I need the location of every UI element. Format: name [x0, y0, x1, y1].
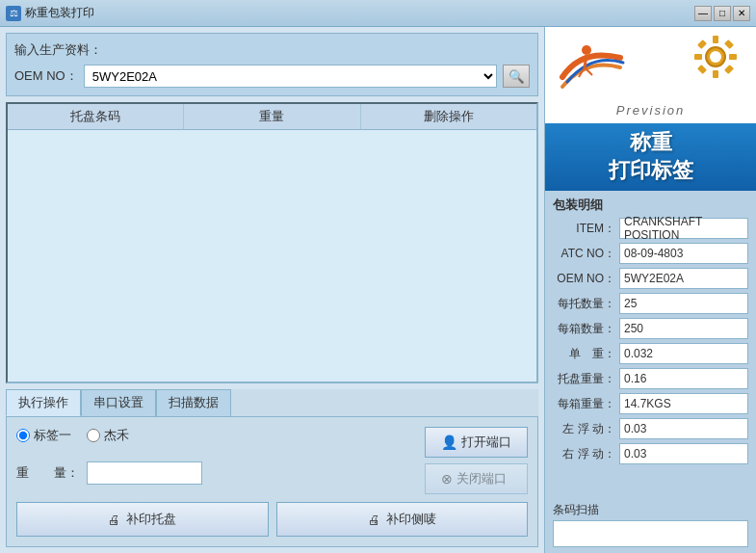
radio-group-row: 标签一 杰禾: [16, 427, 417, 444]
pkg-val-box-wt: 14.7KGS: [619, 393, 748, 414]
tab-bar: 执行操作 串口设置 扫描数据: [6, 389, 538, 416]
weigh-label-line2: 打印标签: [609, 157, 693, 185]
table-body: [8, 130, 536, 382]
barcode-section: 条码扫描: [545, 498, 756, 553]
pkg-key-right-float: 右 浮 动：: [553, 446, 615, 462]
pkg-row-oem: OEM NO： 5WY2E02A: [553, 268, 748, 289]
close-button[interactable]: ✕: [733, 6, 750, 21]
tab-scan[interactable]: 扫描数据: [156, 389, 231, 416]
open-port-button[interactable]: 👤 打开端口: [425, 427, 528, 458]
pkg-row-item: ITEM： CRANKSHAFT POSITION: [553, 218, 748, 239]
pkg-row-qty-tray: 每托数量： 25: [553, 293, 748, 314]
right-panel: Prevision 称重 打印标签 包装明细 ITEM： CRANKSHAFT …: [544, 27, 756, 553]
pkg-key-qty-tray: 每托数量：: [553, 296, 615, 312]
reprint-tray-button[interactable]: 🖨 补印托盘: [16, 502, 269, 537]
svg-line-11: [585, 55, 587, 67]
tabs-section: 执行操作 串口设置 扫描数据 标签一 杰禾: [6, 389, 538, 547]
reprint-tray-icon: 🖨: [108, 513, 120, 527]
pkg-key-box-wt: 每箱重量：: [553, 396, 615, 412]
window-title: 称重包装打印: [25, 5, 94, 21]
pkg-key-left-float: 左 浮 动：: [553, 421, 615, 437]
app-icon: ⚖: [6, 6, 21, 21]
barcode-input[interactable]: [553, 520, 748, 547]
weigh-header: 称重 打印标签: [545, 123, 756, 191]
svg-rect-7: [724, 40, 734, 49]
barcode-label: 条码扫描: [553, 502, 748, 518]
pkg-val-left-float: 0.03: [619, 418, 748, 439]
runner-figure-icon: [558, 39, 625, 92]
oem-label: OEM NO：: [14, 67, 78, 85]
pkg-row-qty-box: 每箱数量： 250: [553, 318, 748, 339]
pkg-row-right-float: 右 浮 动： 0.03: [553, 443, 748, 464]
radio-label1: 标签一: [16, 427, 71, 444]
title-bar: ⚖ 称重包装打印 — □ ✕: [0, 0, 756, 27]
table-header: 托盘条码 重量 删除操作: [8, 104, 536, 130]
gear-icon: [692, 34, 739, 80]
minimize-button[interactable]: —: [694, 6, 712, 21]
weight-input[interactable]: [87, 461, 202, 485]
col-barcode: 托盘条码: [8, 104, 184, 129]
svg-point-10: [582, 45, 591, 55]
pkg-row-atc: ATC NO： 08-09-4803: [553, 243, 748, 264]
close-port-icon: ⊗: [441, 471, 453, 487]
weigh-label: 称重 打印标签: [609, 129, 693, 184]
pkg-row-box-wt: 每箱重量： 14.7KGS: [553, 393, 748, 414]
pkg-details-title: 包装明细: [553, 197, 748, 214]
tab-exec[interactable]: 执行操作: [6, 389, 81, 416]
oem-select[interactable]: 5WY2E02A: [84, 65, 497, 88]
reprint-side-button[interactable]: 🖨 补印侧唛: [276, 502, 529, 537]
search-icon: 🔍: [508, 69, 525, 84]
radio-jieho-text: 杰禾: [104, 427, 129, 444]
weight-label: 重 量：: [16, 464, 79, 482]
svg-rect-6: [697, 40, 707, 49]
radio-label1-text: 标签一: [34, 427, 71, 444]
open-port-label: 打开端口: [461, 434, 511, 451]
tab-port[interactable]: 串口设置: [81, 389, 156, 416]
pkg-val-qty-tray: 25: [619, 293, 748, 314]
pkg-row-left-float: 左 浮 动： 0.03: [553, 418, 748, 439]
svg-rect-8: [697, 65, 707, 74]
pkg-key-atc: ATC NO：: [553, 246, 615, 262]
close-port-label: 关闭端口: [456, 470, 507, 487]
logo-section: Prevision: [545, 27, 756, 123]
reprint-side-label: 补印侧唛: [386, 511, 436, 528]
weigh-label-line1: 称重: [609, 129, 693, 157]
radio-label1-input[interactable]: [16, 429, 30, 442]
maximize-button[interactable]: □: [714, 6, 731, 21]
svg-point-1: [710, 51, 721, 63]
pkg-val-unit-wt: 0.032: [619, 343, 748, 364]
col-delete: 删除操作: [361, 104, 536, 129]
bottom-buttons: 🖨 补印托盘 🖨 补印侧唛: [16, 502, 528, 537]
left-panel: 输入生产资料： OEM NO： 5WY2E02A 🔍 托盘条码 重量 删除操作: [0, 27, 544, 553]
pkg-row-unit-wt: 单 重： 0.032: [553, 343, 748, 364]
open-port-icon: 👤: [441, 434, 457, 450]
pkg-key-oem: OEM NO：: [553, 271, 615, 287]
pkg-key-item: ITEM：: [553, 221, 615, 237]
pkg-row-tray-wt: 托盘重量： 0.16: [553, 368, 748, 389]
data-table: 托盘条码 重量 删除操作: [6, 102, 538, 383]
radio-jieho-input[interactable]: [87, 429, 100, 442]
radio-jieho: 杰禾: [87, 427, 129, 444]
search-button[interactable]: 🔍: [503, 65, 530, 88]
package-details: 包装明细 ITEM： CRANKSHAFT POSITION ATC NO： 0…: [545, 191, 756, 498]
svg-rect-3: [713, 70, 718, 78]
reprint-tray-label: 补印托盘: [126, 511, 176, 528]
pkg-val-atc: 08-09-4803: [619, 243, 748, 264]
pkg-val-item: CRANKSHAFT POSITION: [619, 218, 748, 239]
close-port-button[interactable]: ⊗ 关闭端口: [425, 463, 528, 494]
logo-text: Prevision: [616, 103, 685, 118]
window-controls: — □ ✕: [694, 6, 750, 21]
col-weight: 重量: [184, 104, 360, 129]
weight-row: 重 量：: [16, 461, 417, 485]
pkg-key-unit-wt: 单 重：: [553, 346, 615, 362]
port-buttons: 👤 打开端口 ⊗ 关闭端口: [425, 427, 528, 494]
tab-content-exec: 标签一 杰禾 重 量：: [6, 416, 538, 547]
pkg-val-right-float: 0.03: [619, 443, 748, 464]
svg-rect-5: [729, 54, 737, 60]
pkg-val-oem: 5WY2E02A: [619, 268, 748, 289]
pkg-val-qty-box: 250: [619, 318, 748, 339]
svg-rect-9: [724, 65, 734, 74]
input-section: 输入生产资料： OEM NO： 5WY2E02A 🔍: [6, 33, 538, 96]
pkg-val-tray-wt: 0.16: [619, 368, 748, 389]
pkg-key-tray-wt: 托盘重量：: [553, 371, 615, 387]
